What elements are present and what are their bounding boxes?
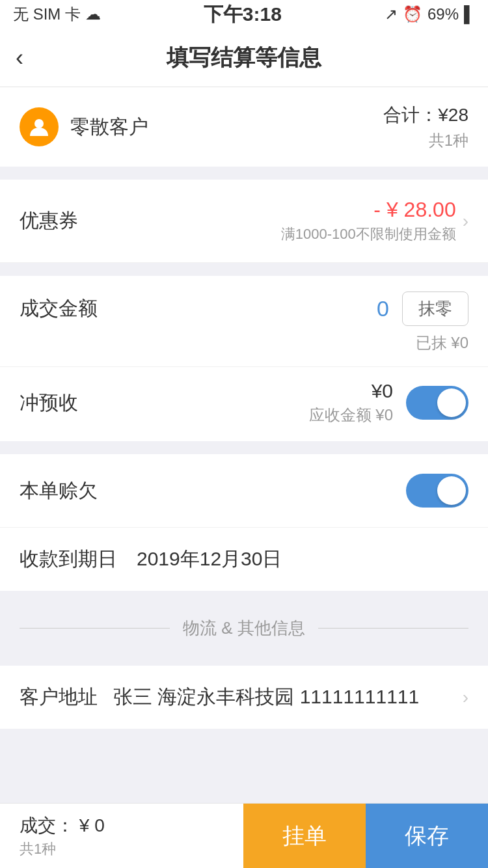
- customer-avatar: [20, 107, 59, 146]
- logistics-line-right: [318, 628, 468, 629]
- due-label: 收款到期日: [20, 546, 117, 573]
- battery-icon: ▌: [464, 5, 475, 23]
- customer-row: 零散客户 合计：¥28 共1种: [0, 87, 488, 167]
- save-button[interactable]: 保存: [366, 804, 488, 869]
- debt-label: 本单赊欠: [20, 478, 98, 504]
- location-icon: ↗: [385, 5, 398, 23]
- amount-section: 成交金额 0 抹零 已抹 ¥0: [0, 276, 488, 366]
- hold-button[interactable]: 挂单: [243, 804, 366, 869]
- total-count: 共1种: [383, 130, 468, 151]
- address-label: 客户地址: [20, 684, 98, 711]
- page-title: 填写结算等信息: [167, 43, 321, 73]
- advance-toggle[interactable]: [406, 386, 468, 420]
- advance-values: ¥0 应收金额 ¥0: [309, 380, 393, 426]
- back-button[interactable]: ‹: [16, 44, 23, 72]
- address-value: 张三 海淀永丰科技园 11111111111: [113, 684, 463, 711]
- amount-value: 0: [377, 296, 389, 321]
- battery-level: 69%: [427, 5, 459, 23]
- bottom-summary-label: 成交：: [20, 815, 74, 835]
- due-row: 收款到期日 2019年12月30日: [20, 546, 468, 573]
- amount-right: 0 抹零: [377, 292, 468, 326]
- bottom-summary: 成交： ¥ 0 共1种: [0, 813, 243, 859]
- status-bar: 无 SIM 卡 ☁ 下午3:18 ↗ ⏰ 69% ▌: [0, 0, 488, 29]
- svg-point-0: [34, 119, 44, 128]
- advance-toggle-knob: [437, 388, 466, 417]
- coupon-discount: - ¥ 28.00: [281, 198, 456, 222]
- amount-sub: 已抹 ¥0: [20, 332, 468, 366]
- due-section: 收款到期日 2019年12月30日: [0, 527, 488, 591]
- bottom-summary-amount: ¥ 0: [79, 815, 105, 835]
- due-value: 2019年12月30日: [137, 546, 282, 573]
- advance-section: 冲预收 ¥0 应收金额 ¥0: [0, 366, 488, 441]
- total-amount: 合计：¥28: [383, 103, 468, 128]
- save-button-label: 保存: [405, 821, 449, 851]
- customer-right: 合计：¥28 共1种: [383, 103, 468, 151]
- coupon-row[interactable]: 优惠券 - ¥ 28.00 满1000-100不限制使用金额 ›: [0, 180, 488, 263]
- debt-toggle-knob: [437, 476, 466, 505]
- main-content: 零散客户 合计：¥28 共1种 优惠券 - ¥ 28.00 满1000-100不…: [0, 87, 488, 868]
- status-time: 下午3:18: [204, 1, 282, 28]
- amount-label: 成交金额: [20, 295, 98, 322]
- coupon-info: - ¥ 28.00 满1000-100不限制使用金额: [281, 198, 456, 244]
- advance-label: 冲预收: [20, 390, 78, 416]
- hold-button-label: 挂单: [282, 821, 327, 851]
- divider-3: [0, 441, 488, 454]
- divider-2: [0, 263, 488, 276]
- user-icon: [27, 115, 51, 139]
- round-button[interactable]: 抹零: [402, 292, 468, 326]
- logistics-label: 物流 & 其他信息: [170, 617, 318, 640]
- status-right: ↗ ⏰ 69% ▌: [385, 5, 475, 23]
- sim-signal: 无 SIM 卡 ☁: [13, 4, 101, 25]
- logistics-section: 物流 & 其他信息: [0, 604, 488, 653]
- bottom-bar: 成交： ¥ 0 共1种 挂单 保存: [0, 803, 488, 868]
- advance-right: ¥0 应收金额 ¥0: [309, 380, 468, 426]
- advance-row: 冲预收 ¥0 应收金额 ¥0: [20, 380, 468, 426]
- divider-4: [0, 591, 488, 604]
- address-section[interactable]: 客户地址 张三 海淀永丰科技园 11111111111 ›: [0, 666, 488, 729]
- debt-section: 本单赊欠: [0, 454, 488, 527]
- customer-name: 零散客户: [70, 114, 148, 141]
- coupon-right: - ¥ 28.00 满1000-100不限制使用金额 ›: [281, 198, 468, 244]
- address-chevron-icon: ›: [463, 687, 468, 708]
- advance-main-value: ¥0: [309, 380, 393, 402]
- status-left: 无 SIM 卡 ☁: [13, 4, 101, 25]
- logistics-line-left: [20, 628, 170, 629]
- coupon-chevron-icon: ›: [463, 211, 468, 232]
- customer-left: 零散客户: [20, 107, 148, 146]
- alarm-icon: ⏰: [403, 5, 422, 23]
- bottom-summary-top: 成交： ¥ 0: [20, 813, 224, 838]
- coupon-desc: 满1000-100不限制使用金额: [281, 224, 456, 244]
- divider-1: [0, 167, 488, 180]
- amount-row: 成交金额 0 抹零: [20, 292, 468, 332]
- nav-bar: ‹ 填写结算等信息: [0, 29, 488, 87]
- divider-5: [0, 653, 488, 666]
- advance-sub-value: 应收金额 ¥0: [309, 405, 393, 426]
- coupon-label: 优惠券: [20, 208, 78, 234]
- debt-toggle[interactable]: [406, 474, 468, 508]
- bottom-summary-count: 共1种: [20, 839, 224, 859]
